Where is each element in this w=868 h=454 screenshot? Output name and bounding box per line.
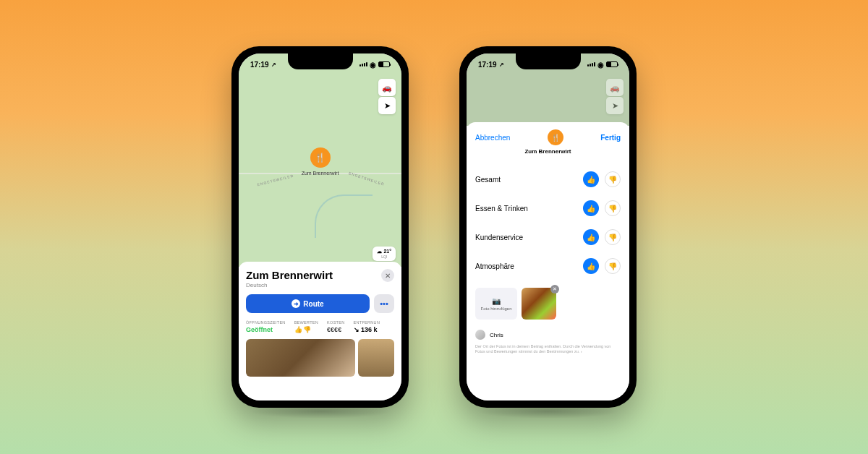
route-button[interactable]: ➜ Route <box>246 294 370 313</box>
disclaimer-text: Der Ort der Fotos ist in deinem Beitrag … <box>475 344 621 354</box>
thumb-down-button[interactable]: 👎 <box>605 171 621 187</box>
location-services-icon: ↗ <box>271 61 276 68</box>
weather-badge[interactable]: ☁ 21° LQI <box>373 247 396 261</box>
hours-value: Geöffnet <box>246 326 286 333</box>
rating-sheet: Abbrechen 🍴 Fertig Zum Brennerwirt Gesam… <box>467 122 629 401</box>
rate-buttons[interactable]: 👍 👎 <box>294 326 318 333</box>
cost-value: €€€€ <box>327 326 344 333</box>
add-photo-button[interactable]: 📷 Foto hinzufügen <box>475 288 517 320</box>
rating-label: Gesamt <box>475 176 501 184</box>
rating-label: Kundenservice <box>475 234 523 241</box>
rating-row-essen: Essen & Trinken 👍 👎 <box>475 194 621 223</box>
battery-icon <box>378 61 390 67</box>
hours-label: ÖFFNUNGSZEITEN <box>246 320 286 325</box>
wifi-icon: ◉ <box>370 61 376 69</box>
distance-label: ENTFERNUN <box>354 320 380 325</box>
cost-label: KOSTEN <box>327 320 344 325</box>
add-photo-label: Foto hinzufügen <box>480 307 511 311</box>
rating-row-service: Kundenservice 👍 👎 <box>475 223 621 252</box>
restaurant-pin-icon[interactable]: 🍴 <box>310 147 331 168</box>
rating-label: Atmosphäre <box>475 262 514 270</box>
thumb-up-button[interactable]: 👍 <box>583 258 599 274</box>
rating-list: Gesamt 👍 👎 Essen & Trinken 👍 👎 Kundenser… <box>475 165 621 280</box>
map-path <box>315 194 373 238</box>
uploaded-photo[interactable]: ✕ <box>522 288 556 320</box>
signal-icon <box>587 62 595 67</box>
phone-notch <box>516 53 581 69</box>
status-time: 17:19 <box>250 61 269 69</box>
map-view[interactable]: 🚗 ➤ 🍴 Zum Brennerwirt ENGETSWEILER ENGET… <box>239 53 401 267</box>
signal-icon <box>359 62 367 67</box>
transport-mode-button: 🚗 <box>606 79 624 96</box>
user-row: Chris <box>475 330 621 340</box>
user-name: Chris <box>490 332 503 338</box>
route-label: Route <box>303 300 323 308</box>
info-row: ÖFFNUNGSZEITEN Geöffnet BEWERTEN 👍 👎 KOS… <box>246 320 394 333</box>
thumb-down-button[interactable]: 👎 <box>605 258 621 274</box>
thumb-down-button[interactable]: 👎 <box>605 200 621 216</box>
cancel-button[interactable]: Abbrechen <box>475 134 510 142</box>
location-services-icon: ↗ <box>499 61 504 68</box>
screen-right: 17:19 ↗ ◉ 🚗 ➤ Abbrechen 🍴 Fertig <box>467 53 629 401</box>
place-card[interactable]: Zum Brennerwirt Deutsch ✕ ➜ Route ••• ÖF… <box>239 262 401 401</box>
place-photo[interactable] <box>358 339 394 377</box>
restaurant-pin-icon: 🍴 <box>548 129 563 145</box>
map-controls: 🚗 ➤ <box>378 79 396 114</box>
sheet-title: Zum Brennerwirt <box>475 148 621 155</box>
phone-right: 17:19 ↗ ◉ 🚗 ➤ Abbrechen 🍴 Fertig <box>459 46 637 408</box>
photo-row[interactable] <box>246 339 394 377</box>
thumb-down-button[interactable]: 👎 <box>605 229 621 245</box>
locate-me-button[interactable]: ➤ <box>378 97 396 114</box>
weather-sub: LQI <box>377 254 391 259</box>
map-controls: 🚗 ➤ <box>606 79 624 114</box>
thumb-down-icon[interactable]: 👎 <box>303 326 311 333</box>
battery-icon <box>606 61 618 67</box>
place-title: Zum Brennerwirt <box>246 269 333 281</box>
rating-label: Essen & Trinken <box>475 205 528 213</box>
camera-icon: 📷 <box>492 297 501 305</box>
rating-row-gesamt: Gesamt 👍 👎 <box>475 165 621 194</box>
transport-mode-button[interactable]: 🚗 <box>378 79 396 96</box>
weather-temp: ☁ 21° <box>377 249 391 254</box>
pin-label: Zum Brennerwirt <box>302 171 339 176</box>
distance-value: ↘ 136 k <box>354 326 380 333</box>
thumb-up-button[interactable]: 👍 <box>583 171 599 187</box>
thumb-up-button[interactable]: 👍 <box>583 200 599 216</box>
rating-row-atmosphere: Atmosphäre 👍 👎 <box>475 252 621 280</box>
phone-left: 17:19 ↗ ◉ 🚗 ➤ 🍴 Zum Brennerwirt ENGETSWE… <box>231 46 409 408</box>
screen-left: 17:19 ↗ ◉ 🚗 ➤ 🍴 Zum Brennerwirt ENGETSWE… <box>239 53 401 401</box>
thumb-up-button[interactable]: 👍 <box>583 229 599 245</box>
remove-photo-button[interactable]: ✕ <box>550 285 559 294</box>
thumb-up-icon[interactable]: 👍 <box>294 326 302 333</box>
photo-section: 📷 Foto hinzufügen ✕ <box>475 288 621 320</box>
locate-me-button: ➤ <box>606 97 624 114</box>
close-button[interactable]: ✕ <box>381 269 394 282</box>
phone-notch <box>288 53 353 69</box>
done-button[interactable]: Fertig <box>600 134 621 142</box>
more-button[interactable]: ••• <box>374 294 394 313</box>
place-subtitle: Deutsch <box>246 282 333 288</box>
status-time: 17:19 <box>478 61 497 69</box>
place-photo[interactable] <box>246 339 355 377</box>
rate-label: BEWERTEN <box>294 320 318 325</box>
wifi-icon: ◉ <box>597 61 604 69</box>
avatar <box>475 330 485 340</box>
route-icon: ➜ <box>292 299 300 308</box>
